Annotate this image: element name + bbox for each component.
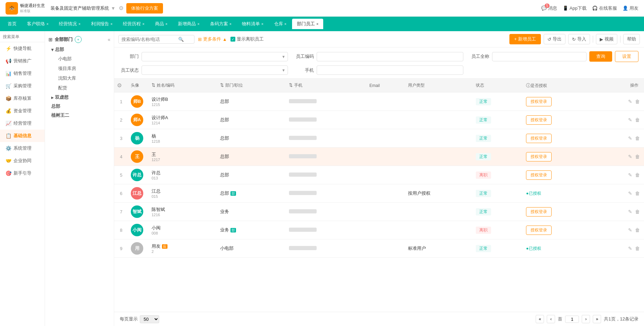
delete-btn[interactable]: 🗑	[635, 172, 640, 178]
tab-bom-close[interactable]: ×	[261, 22, 263, 26]
tab-goods[interactable]: 商品×	[150, 19, 172, 29]
tab-bom[interactable]: 物料清单×	[237, 19, 268, 29]
edit-btn[interactable]: ✎	[628, 246, 632, 251]
dept-group-zongbu[interactable]: ▾ 总部	[48, 45, 114, 54]
tab-add-goods-close[interactable]: ×	[197, 22, 199, 26]
tab-operations-close[interactable]: ×	[78, 22, 80, 26]
delete-btn[interactable]: 🗑	[635, 135, 640, 141]
tab-goods-close[interactable]: ×	[165, 22, 167, 26]
sidebar-item-system[interactable]: ⚙️ 系统管理	[0, 142, 45, 155]
edit-btn[interactable]: ✎	[628, 117, 632, 123]
auth-login-btn[interactable]: 授权登录	[526, 170, 552, 180]
edit-btn[interactable]: ✎	[628, 154, 632, 159]
first-page-btn[interactable]: «	[536, 315, 544, 323]
status-select[interactable]: ▾	[142, 65, 288, 75]
tab-customer[interactable]: 客户联络×	[22, 19, 53, 29]
add-employee-button[interactable]: + 新增员工	[509, 34, 541, 44]
edit-btn[interactable]: ✎	[628, 99, 632, 104]
dept-add-btn[interactable]: +	[75, 36, 82, 43]
more-filters-btn[interactable]: ⊞ 更多条件 ▲	[198, 36, 227, 42]
help-button[interactable]: 帮助	[623, 34, 640, 44]
message-item[interactable]: 💬 5 消息	[541, 5, 557, 11]
sidebar-item-marketing[interactable]: 📢 营销推广	[0, 55, 45, 67]
app-download-item[interactable]: 📱 App下载	[563, 5, 587, 11]
dept-select[interactable]: ▾	[142, 52, 288, 61]
delete-btn[interactable]: 🗑	[635, 246, 640, 251]
page-input[interactable]	[565, 316, 579, 323]
dept-sub-projectroom[interactable]: 项目库房	[48, 64, 114, 73]
sidebar-item-sales[interactable]: 📊 销售管理	[0, 67, 45, 80]
delete-btn[interactable]: 🗑	[635, 99, 640, 104]
tab-history-close[interactable]: ×	[142, 22, 144, 26]
auth-login-btn[interactable]: 授权登录	[526, 226, 552, 235]
tab-profit[interactable]: 利润报告×	[86, 19, 117, 29]
next-page-btn[interactable]: ›	[582, 315, 590, 323]
dept-sub-peihuo[interactable]: 配货	[48, 83, 114, 93]
user-item[interactable]: 👤 用友	[623, 5, 638, 11]
cell-usertype	[405, 92, 473, 111]
sidebar-item-guide[interactable]: 🎯 新手引导	[0, 167, 45, 179]
export-button[interactable]: ↺ 导出	[544, 34, 565, 44]
auth-login-btn[interactable]: 授权登录	[526, 115, 552, 125]
prev-page-btn[interactable]: ‹	[547, 315, 555, 323]
tab-warehouse-close[interactable]: ×	[284, 22, 287, 26]
dept-group-zongbu2[interactable]: 总部	[48, 102, 114, 111]
tab-history[interactable]: 经营历程×	[118, 19, 149, 29]
dept-group-plant[interactable]: 植树王二	[48, 111, 114, 120]
edit-btn[interactable]: ✎	[628, 135, 632, 141]
sidebar-item-quick-nav[interactable]: ⚡ 快捷导航	[0, 42, 45, 55]
dept-all-label[interactable]: 全部部门	[55, 36, 73, 43]
last-page-btn[interactable]: »	[593, 315, 601, 323]
dept-collapse-btn[interactable]: «	[108, 37, 110, 42]
show-resigned-checkbox[interactable]: ✓	[230, 37, 235, 42]
dept-group-shuangxu[interactable]: ▸ 双虚想	[48, 93, 114, 102]
empname-input[interactable]	[492, 52, 587, 61]
delete-btn[interactable]: 🗑	[635, 191, 640, 196]
tab-home[interactable]: 首页	[3, 19, 21, 29]
auth-login-btn[interactable]: 授权登录	[526, 152, 552, 161]
tab-profit-close[interactable]: ×	[110, 22, 112, 26]
sidebar-item-finance[interactable]: 💰 资金管理	[0, 105, 45, 117]
empcode-input[interactable]	[317, 52, 463, 61]
tab-barcode[interactable]: 条码方案×	[205, 19, 236, 29]
tab-barcode-close[interactable]: ×	[229, 22, 232, 26]
edit-btn[interactable]: ✎	[628, 227, 632, 233]
tab-customer-close[interactable]: ×	[46, 22, 48, 26]
tab-warehouse[interactable]: 仓库×	[269, 19, 291, 29]
auth-login-btn[interactable]: 授权登录	[526, 207, 552, 217]
online-service-item[interactable]: 🎧 在线客服	[592, 5, 617, 11]
sidebar-search-input[interactable]	[3, 34, 45, 39]
tab-employees-close[interactable]: ×	[316, 22, 318, 26]
delete-btn[interactable]: 🗑	[635, 154, 640, 159]
settings-icon[interactable]: ⚙	[119, 5, 124, 11]
view-button[interactable]: ▶ 视频	[596, 34, 617, 44]
edit-btn[interactable]: ✎	[628, 209, 632, 214]
sidebar-item-inventory[interactable]: 📦 库存核算	[0, 92, 45, 105]
edit-btn[interactable]: ✎	[628, 191, 632, 196]
phone-input[interactable]	[317, 65, 463, 75]
tab-operations[interactable]: 经营情况×	[54, 19, 85, 29]
delete-btn[interactable]: 🗑	[635, 209, 640, 214]
delete-btn[interactable]: 🗑	[635, 117, 640, 123]
auth-login-btn[interactable]: 授权登录	[526, 134, 552, 143]
query-button[interactable]: 查询	[589, 51, 612, 62]
system-title-dropdown[interactable]: ▾	[112, 5, 115, 11]
sidebar-item-purchase[interactable]: 🛒 采购管理	[0, 80, 45, 92]
sidebar-item-label: 销售管理	[13, 70, 31, 77]
search-input[interactable]	[121, 37, 177, 42]
set-button[interactable]: 设置	[615, 51, 638, 62]
tab-add-goods[interactable]: 新增商品×	[173, 19, 204, 29]
trial-button[interactable]: 体验行业方案	[126, 3, 163, 14]
tab-employees[interactable]: 部门员工×	[292, 19, 323, 29]
auth-login-btn[interactable]: 授权登录	[526, 97, 552, 106]
dept-sub-xiaodibu[interactable]: 小电部	[48, 54, 114, 64]
edit-btn[interactable]: ✎	[628, 172, 632, 178]
delete-btn[interactable]: 🗑	[635, 227, 640, 233]
per-page-select[interactable]: 50 100 200	[140, 315, 159, 323]
sidebar-item-collab[interactable]: 🤝 企业协同	[0, 155, 45, 167]
table-settings-icon[interactable]: ⚙	[117, 82, 122, 88]
dept-sub-shenyang[interactable]: 沈阳大库	[48, 73, 114, 83]
sidebar-item-biz-mgmt[interactable]: 📈 经营管理	[0, 117, 45, 130]
sidebar-item-basic-info[interactable]: 📋 基础信息	[0, 130, 45, 142]
import-button[interactable]: ↻ 导入	[568, 34, 590, 44]
